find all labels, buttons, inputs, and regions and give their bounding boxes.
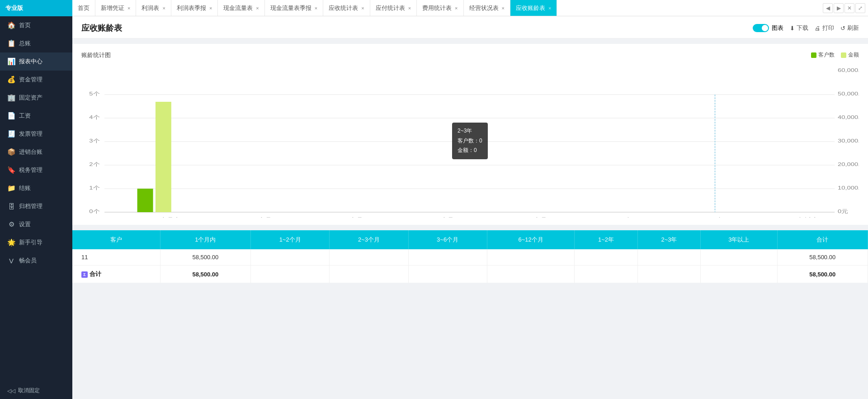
sidebar-label-general-ledger: 总账: [19, 39, 31, 48]
bar-amount-0: [156, 102, 171, 212]
tab-close-payable-stats[interactable]: ×: [408, 5, 411, 11]
tab-close-new-voucher[interactable]: ×: [127, 5, 130, 11]
table-footer-cell-9: 58,500.00: [777, 266, 868, 283]
sidebar-item-invoice-management[interactable]: 🧾发票管理: [0, 125, 72, 143]
sidebar-logo: 专业版: [0, 0, 72, 16]
sidebar-item-salary[interactable]: 📄工资: [0, 107, 72, 125]
table-footer-cell-7: [637, 266, 700, 283]
download-button[interactable]: ⬇ 下载: [790, 24, 808, 32]
tab-next-button[interactable]: ▶: [834, 3, 844, 13]
tab-prev-button[interactable]: ◀: [823, 3, 833, 13]
legend-amount: 金额: [841, 51, 859, 59]
sidebar-item-general-ledger[interactable]: 📋总账: [0, 34, 72, 52]
svg-text:3年以上: 3年以上: [794, 217, 818, 218]
tab-close-business-status[interactable]: ×: [502, 5, 505, 11]
tab-label-receivable-aging: 应收账龄表: [516, 4, 545, 12]
tab-close-cashflow[interactable]: ×: [256, 5, 259, 11]
table-cell-0-5: [487, 249, 575, 266]
sidebar-item-settings[interactable]: ⚙设置: [0, 215, 72, 233]
print-button[interactable]: 🖨 打印: [815, 24, 834, 32]
data-table: 客户1个月内1~2个月2~3个月3~6个月6~12个月1~2年2~3年3年以上合…: [72, 230, 868, 283]
tab-expand-button[interactable]: ⤢: [855, 3, 865, 13]
table-cell-0-1: 58,500.00: [160, 249, 250, 266]
table-cell-0-8: [701, 249, 777, 266]
tab-payable-stats[interactable]: 应付统计表×: [370, 0, 417, 16]
tab-home[interactable]: 首页: [72, 0, 95, 16]
sidebar-item-tax-management[interactable]: 🔖税务管理: [0, 161, 72, 179]
tabbar: 首页新增凭证×利润表×利润表季报×现金流量表×现金流量表季报×应收统计表×应付统…: [72, 0, 868, 16]
sidebar-item-member[interactable]: V畅会员: [0, 252, 72, 270]
table-footer-cell-5: [487, 266, 575, 283]
tab-close-profit[interactable]: ×: [162, 5, 165, 11]
table-cell-0-9: 58,500.00: [777, 249, 868, 266]
sidebar-bottom-action[interactable]: ◁◁ 取消固定: [0, 382, 72, 399]
chart-toggle[interactable]: [753, 24, 769, 32]
tab-receivable-aging[interactable]: 应收账龄表×: [510, 0, 557, 16]
tab-close-receivable-aging[interactable]: ×: [548, 5, 551, 11]
tab-cashflow[interactable]: 现金流量表×: [218, 0, 264, 16]
table-cell-0-7: [637, 249, 700, 266]
table-footer-cell-1: 58,500.00: [160, 266, 250, 283]
sidebar-item-sales-ledger[interactable]: 📦进销台账: [0, 143, 72, 161]
print-icon: 🖨: [815, 25, 821, 32]
tab-expense-stats[interactable]: 费用统计表×: [417, 0, 463, 16]
table-footer-row: Σ合计58,500.0058,500.00: [72, 266, 868, 283]
sidebar-label-settings: 设置: [19, 220, 31, 228]
tab-close-cashflow-quarterly[interactable]: ×: [315, 5, 317, 11]
legend-customers: 客户数: [811, 51, 835, 59]
tab-receivable-stats[interactable]: 应收统计表×: [323, 0, 370, 16]
tab-profit-quarterly[interactable]: 利润表季报×: [171, 0, 218, 16]
table-footer-cell-8: [701, 266, 777, 283]
svg-text:40,000.00元: 40,000.00元: [838, 114, 859, 120]
tab-new-voucher[interactable]: 新增凭证×: [95, 0, 136, 16]
total-icon: Σ: [81, 271, 88, 278]
table-footer-cell-2: [251, 266, 330, 283]
sidebar-label-fund-management: 资金管理: [19, 76, 42, 84]
sidebar-item-fund-management[interactable]: 💰资金管理: [0, 71, 72, 89]
chart-legend: 客户数 金额: [811, 51, 859, 59]
legend-customers-label: 客户数: [818, 51, 835, 59]
sidebar-label-beginner-guide: 新手引导: [19, 238, 42, 247]
sidebar-icon-beginner-guide: 🌟: [7, 238, 15, 247]
tab-cashflow-quarterly[interactable]: 现金流量表季报×: [265, 0, 323, 16]
svg-text:20,000.00元: 20,000.00元: [838, 162, 859, 167]
sidebar-item-beginner-guide[interactable]: 🌟新手引导: [0, 233, 72, 252]
tab-profit[interactable]: 利润表×: [136, 0, 171, 16]
tab-label-cashflow-quarterly: 现金流量表季报: [270, 4, 311, 12]
svg-text:1~2年: 1~2年: [615, 217, 633, 218]
page-title: 应收账龄表: [81, 23, 122, 33]
refresh-button[interactable]: ↺ 刷新: [840, 24, 859, 32]
sidebar-label-fixed-assets: 固定资产: [19, 94, 42, 102]
tab-close-profit-quarterly[interactable]: ×: [209, 5, 212, 11]
svg-text:2个: 2个: [89, 162, 99, 167]
tab-close-expense-stats[interactable]: ×: [455, 5, 458, 11]
table-footer-cell-0: Σ合计: [72, 266, 160, 283]
table-header-3: 2~3个月: [330, 230, 408, 249]
chart-area: 账龄统计图 客户数 金额 0个 1个 2个 3个 4个: [72, 44, 868, 225]
sidebar-item-report-center[interactable]: 📊报表中心: [0, 52, 72, 71]
sidebar-item-archive[interactable]: 🗄归档管理: [0, 197, 72, 215]
sidebar-item-closing[interactable]: 📁结账: [0, 179, 72, 197]
tabbar-nav: ◀ ▶ ✕ ⤢: [820, 3, 868, 13]
legend-amount-label: 金额: [848, 51, 859, 59]
table-cell-0-4: [408, 249, 487, 266]
sidebar-icon-home: 🏠: [7, 21, 15, 29]
tab-business-status[interactable]: 经营状况表×: [464, 0, 510, 16]
tab-close-receivable-stats[interactable]: ×: [361, 5, 364, 11]
table-footer-cell-3: [330, 266, 408, 283]
table-row: 1158,500.0058,500.00: [72, 249, 868, 266]
sidebar-icon-fixed-assets: 🏢: [7, 94, 15, 102]
sidebar-icon-tax-management: 🔖: [7, 166, 15, 174]
tab-label-profit-quarterly: 利润表季报: [177, 4, 206, 12]
svg-text:2~3年: 2~3年: [706, 217, 724, 218]
chart-svg: 0个 1个 2个 3个 4个 5个 0元 10,000.00元 20,000.0…: [81, 64, 859, 218]
tab-label-home: 首页: [78, 4, 90, 12]
pin-icon: ◁◁: [7, 388, 15, 394]
page-actions: 图表 ⬇ 下载 🖨 打印 ↺ 刷新: [753, 24, 859, 32]
sidebar-item-home[interactable]: 🏠首页: [0, 16, 72, 34]
sidebar-item-fixed-assets[interactable]: 🏢固定资产: [0, 89, 72, 107]
tab-label-new-voucher: 新增凭证: [101, 4, 124, 12]
tab-close-all-button[interactable]: ✕: [844, 3, 854, 13]
refresh-icon: ↺: [840, 25, 845, 32]
sidebar-label-sales-ledger: 进销台账: [19, 148, 42, 156]
